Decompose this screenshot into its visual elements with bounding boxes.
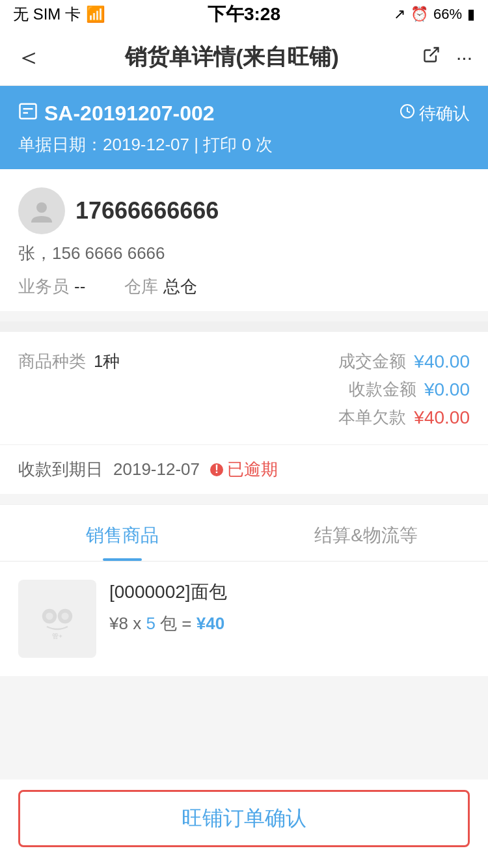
status-bar-time: 下午3:28 <box>208 2 280 27</box>
status-text: 待确认 <box>419 102 470 125</box>
warehouse-value: 总仓 <box>163 275 197 298</box>
summary-right: 成交金额 ¥40.00 收款金额 ¥0.00 本单欠款 ¥40.00 <box>338 350 470 429</box>
order-header-card: SA-20191207-002 待确认 单据日期：2019-12-07 | 打印… <box>0 86 488 169</box>
received-value: ¥0.00 <box>424 379 470 400</box>
overdue-icon: ! <box>210 463 223 476</box>
customer-name: 张，156 6666 6666 <box>18 242 470 265</box>
nav-bar: ＜ 销货单详情(来自旺铺) ··· <box>0 29 488 86</box>
order-date: 单据日期：2019-12-07 | 打印 0 次 <box>18 133 470 156</box>
overdue-badge: ! 已逾期 <box>210 458 278 481</box>
received-row: 收款金额 ¥0.00 <box>349 378 470 401</box>
product-item: 管+ [0000002]面包 ¥8 x 5 包 = ¥40 <box>0 562 488 676</box>
battery-text: 66% <box>433 6 462 23</box>
tab-sales-product[interactable]: 销售商品 <box>0 505 244 561</box>
status-bar-right: ↗ ⏰ 66% ▮ <box>394 6 475 23</box>
confirm-order-button[interactable]: 旺铺订单确认 <box>18 790 470 847</box>
svg-point-9 <box>61 612 68 619</box>
received-label: 收款金额 <box>349 378 416 401</box>
share-icon[interactable] <box>422 46 441 68</box>
clock-icon <box>400 103 415 124</box>
svg-point-5 <box>36 202 47 213</box>
order-header-top: SA-20191207-002 待确认 <box>18 102 470 126</box>
price-multiply: x <box>133 614 146 633</box>
category-value: 1种 <box>94 350 120 373</box>
tabs-container: 销售商品 结算&物流等 管+ [0000002]面包 ¥8 x 5 包 = <box>0 504 488 676</box>
customer-phone: 17666666666 <box>75 197 219 224</box>
overdue-text: 已逾期 <box>227 458 278 481</box>
amount-row: 成交金额 ¥40.00 <box>338 350 470 373</box>
warehouse-meta: 仓库 总仓 <box>124 275 197 298</box>
avatar <box>18 187 65 234</box>
amount-value: ¥40.00 <box>414 351 470 372</box>
due-date-row: 收款到期日 2019-12-07 ! 已逾期 <box>0 444 488 494</box>
due-date-value: 2019-12-07 <box>113 459 200 480</box>
order-number: SA-20191207-002 <box>44 102 215 126</box>
bottom-bar: 旺铺订单确认 <box>0 780 488 868</box>
page-title: 销货单详情(来自旺铺) <box>125 42 339 72</box>
status-bar-left: 无 SIM 卡 📶 <box>13 4 105 25</box>
order-icon <box>18 102 38 126</box>
price-equals: = <box>182 614 196 633</box>
product-image: 管+ <box>18 580 96 658</box>
summary-row: 商品种类 1种 成交金额 ¥40.00 收款金额 ¥0.00 本单欠款 ¥40.… <box>18 350 470 429</box>
debt-row: 本单欠款 ¥40.00 <box>338 406 470 429</box>
location-icon: ↗ <box>394 6 405 23</box>
category-label: 商品种类 <box>18 350 86 373</box>
svg-rect-1 <box>20 104 36 119</box>
sales-label: 业务员 <box>18 275 69 298</box>
sales-value: -- <box>74 277 85 297</box>
nav-left: ＜ <box>16 39 42 75</box>
alarm-icon: ⏰ <box>411 6 428 23</box>
product-info: [0000002]面包 ¥8 x 5 包 = ¥40 <box>109 580 470 635</box>
price-per-unit: ¥8 <box>109 614 128 633</box>
product-quantity: 5 <box>146 614 155 633</box>
more-icon[interactable]: ··· <box>456 46 472 68</box>
due-date-label: 收款到期日 <box>18 458 103 481</box>
debt-value: ¥40.00 <box>414 407 470 428</box>
order-id: SA-20191207-002 <box>18 102 215 126</box>
product-total: ¥40 <box>197 614 224 633</box>
svg-text:管+: 管+ <box>52 632 62 640</box>
battery-icon: ▮ <box>467 6 475 23</box>
tabs-header: 销售商品 结算&物流等 <box>0 505 488 562</box>
customer-card: 17666666666 张，156 6666 6666 业务员 -- 仓库 总仓 <box>0 169 488 311</box>
nav-right: ··· <box>422 46 472 68</box>
debt-label: 本单欠款 <box>338 406 406 429</box>
carrier-text: 无 SIM 卡 <box>13 4 81 25</box>
amount-label: 成交金额 <box>338 350 406 373</box>
divider-1 <box>0 321 488 332</box>
warehouse-label: 仓库 <box>124 275 158 298</box>
summary-left: 商品种类 1种 <box>18 350 120 373</box>
customer-meta: 业务员 -- 仓库 总仓 <box>18 275 470 298</box>
product-price-row: ¥8 x 5 包 = ¥40 <box>109 612 470 635</box>
svg-point-8 <box>46 612 53 619</box>
order-status: 待确认 <box>400 102 470 125</box>
wifi-icon: 📶 <box>86 5 105 23</box>
svg-line-0 <box>430 48 439 57</box>
sales-meta: 业务员 -- <box>18 275 85 298</box>
customer-top: 17666666666 <box>18 187 470 234</box>
product-name: [0000002]面包 <box>109 580 470 604</box>
back-button[interactable]: ＜ <box>16 39 42 75</box>
summary-card: 商品种类 1种 成交金额 ¥40.00 收款金额 ¥0.00 本单欠款 ¥40.… <box>0 332 488 444</box>
status-bar: 无 SIM 卡 📶 下午3:28 ↗ ⏰ 66% ▮ <box>0 0 488 29</box>
tab-settlement[interactable]: 结算&物流等 <box>244 505 488 561</box>
product-unit: 包 <box>160 614 177 633</box>
